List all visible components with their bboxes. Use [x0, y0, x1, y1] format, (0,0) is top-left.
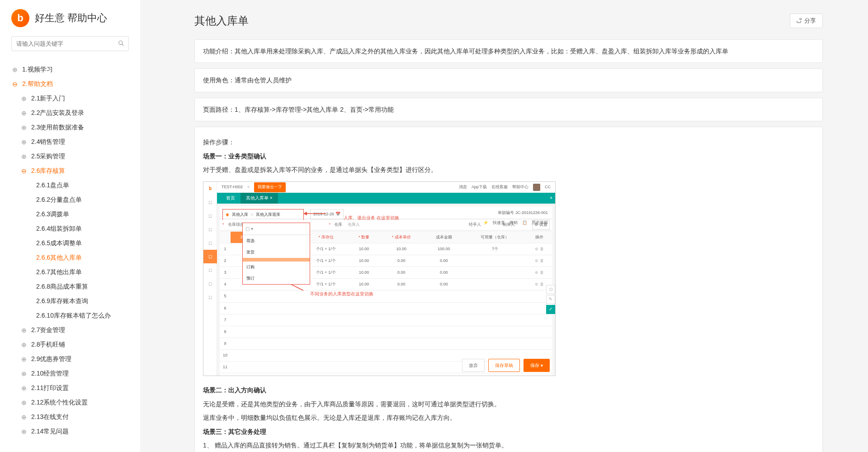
nav-2-6[interactable]: ⊖2.6库存核算	[11, 164, 129, 178]
nav-label: 2.3使用前数据准备	[31, 124, 84, 132]
ss-nav-icon: ◻	[203, 277, 217, 290]
nav-label: 2.10经营管理	[31, 370, 69, 378]
scene3-p1: 1、 赠品入库的商品直接转为销售。通过工具栏【复制/复制为销货单】功能，将单据信…	[203, 439, 814, 452]
nav-2-6-6[interactable]: 2.6.6其他入库单	[11, 251, 129, 265]
nav-label: 2.6.10库存账本错了怎么办	[36, 312, 111, 320]
logo-icon: b	[11, 9, 29, 27]
plus-circle-icon: ⊕	[20, 138, 28, 146]
nav-2-6-3[interactable]: 2.6.3调拨单	[11, 207, 129, 222]
nav-label: 2.9优惠券管理	[31, 355, 71, 363]
ss-close-icon: ×	[550, 194, 552, 202]
nav-2-7[interactable]: ⊕2.7资金管理	[11, 323, 129, 338]
nav-2-6-5[interactable]: 2.6.5成本调整单	[11, 236, 129, 251]
path-text: 1、库存核算->库存管理->其他入库单 2、首页->常用功能	[235, 106, 394, 113]
nav-label: 2.6库存核算	[31, 167, 65, 175]
ss-nav-icon: ◻	[203, 290, 217, 304]
ss-side-tools: ◻✎⤢	[546, 285, 555, 315]
nav-2-6-9[interactable]: 2.6.9库存账本查询	[11, 294, 129, 309]
nav-2-6-7[interactable]: 2.6.7其他出库单	[11, 265, 129, 280]
nav-label: 2.7资金管理	[31, 326, 65, 334]
path-box: 页面路径：1、库存核算->库存管理->其他入库单 2、首页->常用功能	[194, 98, 823, 121]
nav-2-5[interactable]: ⊕2.5采购管理	[11, 149, 129, 164]
nav-2-9[interactable]: ⊕2.9优惠券管理	[11, 352, 129, 366]
ss-nav-icon: ◻	[203, 236, 217, 250]
ss-dropdown: ▢ ▾ 筛选 发货 订购 预订	[242, 223, 310, 285]
content-body: 操作步骤： 场景一：业务类型确认 对于受赠、盘盈或是拆装入库等不同的业务，是通过…	[194, 127, 823, 452]
brand-title: 好生意 帮助中心	[35, 11, 107, 25]
nav-2-6-10[interactable]: 2.6.10库存账本错了怎么办	[11, 309, 129, 323]
ss-dropdown-opt: 筛选	[243, 235, 310, 247]
nav-label: 2.4销售管理	[31, 138, 65, 146]
ss-tab-doc: 其他入库单 ×	[241, 193, 278, 204]
plus-circle-icon: ⊕	[20, 327, 28, 334]
ss-top-link: 消息	[459, 183, 467, 191]
nav-label: 2.2产品安装及登录	[31, 109, 84, 117]
plus-circle-icon: ⊕	[20, 356, 28, 363]
brand-logo[interactable]: b 好生意 帮助中心	[11, 9, 129, 27]
search-icon[interactable]	[118, 40, 124, 48]
scene3-title: 场景三：其它业务处理	[203, 428, 266, 435]
plus-circle-icon: ⊕	[20, 124, 28, 131]
scene1-title: 场景一：业务类型确认	[203, 152, 266, 160]
path-label: 页面路径：	[203, 106, 235, 113]
nav-2-11[interactable]: ⊕2.11打印设置	[11, 381, 129, 395]
ss-avatar	[533, 184, 540, 191]
plus-circle-icon: ⊕	[20, 95, 28, 102]
plus-circle-icon: ⊕	[20, 385, 28, 392]
ss-toolbar-item: 撤销	[509, 219, 518, 227]
nav-video[interactable]: ⊕1.视频学习	[11, 62, 129, 77]
nav-2-6-1[interactable]: 2.6.1盘点单	[11, 178, 129, 193]
nav-2-1[interactable]: ⊕2.1新手入门	[11, 91, 129, 106]
intro-box: 功能介绍：其他入库单用来处理除采购入库、产成品入库之外的其他入库业务，因此其他入…	[194, 39, 823, 63]
share-button[interactable]: 分享	[790, 14, 823, 28]
ss-top-button: 我要做云一下	[254, 182, 286, 192]
search-input[interactable]	[11, 36, 129, 51]
ss-dropdown-opt: 发货	[243, 247, 310, 258]
red-arrow-icon	[303, 211, 326, 216]
role-box: 使用角色：通常由仓管人员维护	[194, 68, 823, 92]
nav-2-4[interactable]: ⊕2.4销售管理	[11, 135, 129, 149]
nav-label: 2.帮助文档	[22, 80, 53, 88]
nav-label: 2.8手机旺铺	[31, 341, 65, 349]
ss-topbar: TEST-H002 ▾ 我要做云一下 消息 App下载 在线客服 帮助中心 CC	[217, 182, 555, 193]
ss-nav-icon: ◻	[203, 195, 217, 209]
nav-label: 2.13在线支付	[31, 413, 69, 421]
ss-radio-group: ◉其他入库 ○其他入库退库	[222, 209, 304, 220]
ss-save-button: 保存 ▾	[524, 359, 550, 372]
nav-2-14[interactable]: ⊕2.14常见问题	[11, 424, 129, 439]
sidebar: b 好生意 帮助中心 ⊕1.视频学习 ⊖2.帮助文档 ⊕2.1新手入门 ⊕2.2…	[0, 0, 140, 452]
ss-dropdown-opt: 预订	[243, 273, 310, 284]
ss-draft-button: 保存草稿	[488, 359, 520, 372]
ss-radio-label: 其他入库退库	[256, 211, 280, 219]
nav-2-6-2[interactable]: 2.6.2分量盘点单	[11, 193, 129, 207]
nav-2-12[interactable]: ⊕2.12系统个性化设置	[11, 395, 129, 410]
nav-label: 2.6.7其他出库单	[36, 268, 82, 276]
nav-label: 2.6.1盘点单	[36, 181, 69, 190]
nav-2-13[interactable]: ⊕2.13在线支付	[11, 410, 129, 424]
ss-testcode: TEST-H002	[222, 183, 243, 191]
page-title: 其他入库单	[194, 14, 249, 28]
role-text: 通常由仓管人员维护	[235, 76, 292, 84]
nav-2-6-8[interactable]: 2.6.8商品成本重算	[11, 280, 129, 294]
steps-label: 操作步骤：	[203, 136, 814, 148]
nav-label: 2.6.4组装拆卸单	[36, 225, 82, 233]
scene2-p1: 无论是受赠，还是其他类型的业务，由于入库商品质量等原因，需要退回，这时可通过单据…	[203, 398, 814, 410]
scene2-title: 场景二：出入方向确认	[203, 386, 266, 394]
ss-radio-label: 其他入库	[232, 211, 248, 219]
nav-2-3[interactable]: ⊕2.3使用前数据准备	[11, 120, 129, 135]
ss-nav-icon: ◻	[203, 209, 217, 223]
nav-label: 2.6.3调拨单	[36, 210, 69, 219]
nav-2-6-4[interactable]: 2.6.4组装拆卸单	[11, 222, 129, 236]
nav-help-docs[interactable]: ⊖2.帮助文档	[11, 77, 129, 91]
ss-red-annotation-2: 不同业务的入库类型在这里切换	[310, 290, 373, 298]
intro-label: 功能介绍：	[203, 48, 235, 55]
plus-circle-icon: ⊕	[20, 399, 28, 406]
nav-2-8[interactable]: ⊕2.8手机旺铺	[11, 338, 129, 352]
plus-circle-icon: ⊕	[20, 109, 28, 117]
ss-logo-icon: b	[203, 182, 217, 195]
intro-text: 其他入库单用来处理除采购入库、产成品入库之外的其他入库业务，因此其他入库单可处理…	[235, 48, 728, 55]
nav-2-10[interactable]: ⊕2.10经营管理	[11, 366, 129, 381]
nav-2-2[interactable]: ⊕2.2产品安装及登录	[11, 106, 129, 120]
svg-line-1	[122, 44, 124, 46]
plus-circle-icon: ⊕	[20, 153, 28, 160]
